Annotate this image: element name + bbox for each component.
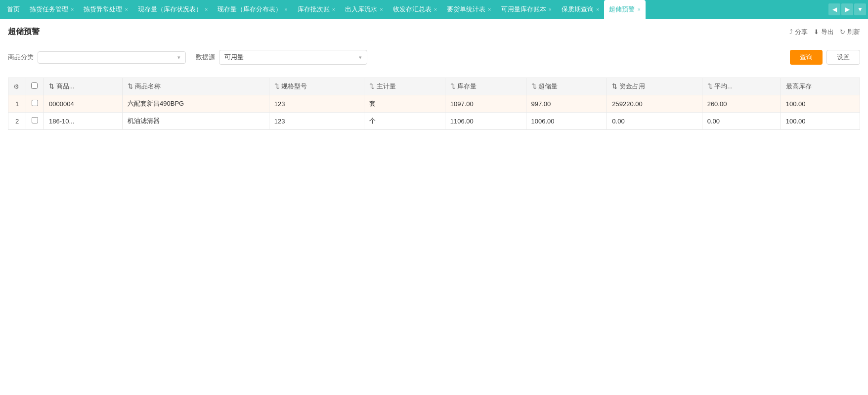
nav-pick-task[interactable]: 拣货任务管理 × bbox=[25, 0, 79, 19]
th-avg[interactable]: ⇅ 平均... bbox=[702, 78, 781, 95]
th-product-code[interactable]: ⇅ 商品... bbox=[44, 78, 123, 95]
unit: 套 bbox=[364, 95, 445, 113]
row-checkbox[interactable] bbox=[32, 117, 38, 123]
nav-overstock-warning[interactable]: 超储预警 × bbox=[604, 0, 645, 19]
nav-inventory-dist[interactable]: 现存量（库存分布表） × bbox=[213, 0, 292, 19]
datasource-select-value: 可用量 bbox=[224, 53, 359, 62]
table-header-row: ⚙ ⇅ 商品... ⇅ 商品名称 ⇅ 规格型号 ⇅ bbox=[8, 78, 860, 95]
spec: 123 bbox=[269, 95, 364, 113]
stock: 1106.00 bbox=[445, 113, 526, 130]
filter-bar: 商品分类 ▾ 数据源 可用量 ▾ 查询 设置 bbox=[8, 45, 860, 70]
row-checkbox-cell bbox=[26, 95, 44, 113]
max-stock: 100.00 bbox=[781, 113, 860, 130]
nav-available-ledger[interactable]: 可用量库存账本 × bbox=[496, 0, 557, 19]
close-pick-exception[interactable]: × bbox=[125, 6, 128, 12]
over-stock: 997.00 bbox=[526, 95, 607, 113]
th-product-name[interactable]: ⇅ 商品名称 bbox=[123, 78, 269, 95]
close-inventory-dist[interactable]: × bbox=[284, 6, 287, 12]
page-title: 超储预警 bbox=[8, 27, 40, 37]
th-checkbox bbox=[26, 78, 44, 95]
close-overstock-warning[interactable]: × bbox=[637, 6, 640, 12]
nav-inventory-status[interactable]: 现存量（库存状况表） × bbox=[133, 0, 213, 19]
product-name: 六配套新昌490BPG bbox=[123, 95, 269, 113]
settings-button[interactable]: 设置 bbox=[826, 50, 860, 65]
nav-requisition-stats[interactable]: 要货单统计表 × bbox=[442, 0, 496, 19]
close-available-ledger[interactable]: × bbox=[549, 6, 552, 12]
stock: 1097.00 bbox=[445, 95, 526, 113]
th-spec[interactable]: ⇅ 规格型号 bbox=[269, 78, 364, 95]
th-unit[interactable]: ⇅ 主计量 bbox=[364, 78, 445, 95]
capital-used: 0.00 bbox=[607, 113, 702, 130]
product-code: 0000004 bbox=[44, 95, 123, 113]
datasource-select-arrow-icon: ▾ bbox=[359, 54, 362, 61]
datasource-select[interactable]: 可用量 ▾ bbox=[219, 50, 367, 65]
capital-used: 259220.00 bbox=[607, 95, 702, 113]
unit: 个 bbox=[364, 113, 445, 130]
table-row: 2 186-10... 机油滤清器 123 个 1106.00 1006.00 … bbox=[8, 113, 860, 130]
share-button[interactable]: ⤴ 分享 bbox=[789, 28, 808, 37]
filter-actions: 查询 设置 bbox=[790, 50, 860, 65]
row-number: 2 bbox=[8, 113, 26, 130]
row-number: 1 bbox=[8, 95, 26, 113]
column-settings-icon[interactable]: ⚙ bbox=[13, 83, 19, 90]
th-settings: ⚙ bbox=[8, 78, 26, 95]
top-navigation: 首页 拣货任务管理 × 拣货异常处理 × 现存量（库存状况表） × 现存量（库存… bbox=[0, 0, 868, 19]
select-all-checkbox[interactable] bbox=[31, 82, 38, 89]
th-max-stock: 最高库存 bbox=[781, 78, 860, 95]
main-content: 超储预警 ⤴ 分享 ⬇ 导出 ↻ 刷新 商品分类 ▾ 数据源 bbox=[0, 19, 868, 395]
nav-recv-summary[interactable]: 收发存汇总表 × bbox=[388, 0, 442, 19]
datasource-filter: 数据源 可用量 ▾ bbox=[196, 50, 367, 65]
data-table: ⚙ ⇅ 商品... ⇅ 商品名称 ⇅ 规格型号 ⇅ bbox=[8, 78, 860, 130]
close-requisition-stats[interactable]: × bbox=[488, 6, 491, 12]
category-filter: 商品分类 ▾ bbox=[8, 51, 186, 64]
category-label: 商品分类 bbox=[8, 53, 34, 62]
close-inventory-status[interactable]: × bbox=[205, 6, 208, 12]
th-stock[interactable]: ⇅ 库存量 bbox=[445, 78, 526, 95]
nav-prev-button[interactable]: ◀ bbox=[828, 3, 840, 15]
refresh-icon: ↻ bbox=[840, 28, 845, 36]
export-button[interactable]: ⬇ 导出 bbox=[814, 28, 834, 37]
product-name: 机油滤清器 bbox=[123, 113, 269, 130]
product-code: 186-10... bbox=[44, 113, 123, 130]
close-inout-flow[interactable]: × bbox=[380, 6, 383, 12]
category-select-arrow-icon: ▾ bbox=[177, 54, 180, 61]
max-stock: 100.00 bbox=[781, 95, 860, 113]
over-stock: 1006.00 bbox=[526, 113, 607, 130]
nav-arrow-group: ◀ ▶ ▼ bbox=[828, 3, 866, 15]
refresh-button[interactable]: ↻ 刷新 bbox=[840, 28, 860, 37]
datasource-label: 数据源 bbox=[196, 53, 215, 62]
th-capital-used[interactable]: ⇅ 资金占用 bbox=[607, 78, 702, 95]
close-pick-task[interactable]: × bbox=[71, 6, 74, 12]
row-checkbox-cell bbox=[26, 113, 44, 130]
nav-expiry-query[interactable]: 保质期查询 × bbox=[557, 0, 604, 19]
nav-expand-button[interactable]: ▼ bbox=[854, 3, 866, 15]
category-select[interactable]: ▾ bbox=[38, 51, 186, 64]
nav-next-button[interactable]: ▶ bbox=[841, 3, 853, 15]
page-header: 超储预警 ⤴ 分享 ⬇ 导出 ↻ 刷新 bbox=[8, 27, 860, 37]
header-actions: ⤴ 分享 ⬇ 导出 ↻ 刷新 bbox=[789, 28, 860, 37]
close-recv-summary[interactable]: × bbox=[434, 6, 437, 12]
share-icon: ⤴ bbox=[789, 28, 793, 36]
avg: 0.00 bbox=[702, 113, 781, 130]
nav-batch-account[interactable]: 库存批次账 × bbox=[293, 0, 340, 19]
query-button[interactable]: 查询 bbox=[790, 50, 823, 65]
nav-pick-exception[interactable]: 拣货异常处理 × bbox=[79, 0, 132, 19]
row-checkbox[interactable] bbox=[32, 100, 38, 106]
table-row: 1 0000004 六配套新昌490BPG 123 套 1097.00 997.… bbox=[8, 95, 860, 113]
th-over-stock[interactable]: ⇅ 超储量 bbox=[526, 78, 607, 95]
nav-home[interactable]: 首页 bbox=[2, 0, 25, 19]
close-batch-account[interactable]: × bbox=[332, 6, 335, 12]
close-expiry-query[interactable]: × bbox=[596, 6, 599, 12]
nav-inout-flow[interactable]: 出入库流水 × bbox=[340, 0, 388, 19]
export-icon: ⬇ bbox=[814, 28, 819, 36]
spec: 123 bbox=[269, 113, 364, 130]
avg: 260.00 bbox=[702, 95, 781, 113]
